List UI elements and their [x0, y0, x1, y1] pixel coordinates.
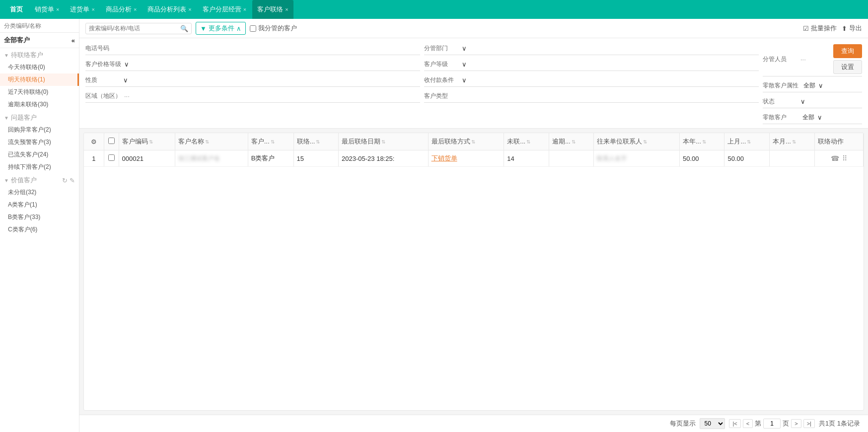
filter-status-select[interactable]: ∨ — [800, 98, 862, 105]
search-submit-icon[interactable]: 🔍 — [180, 25, 188, 32]
col-code[interactable]: 客户编码 ⇅ — [119, 133, 175, 150]
person-dots-icon[interactable]: ··· — [800, 56, 806, 63]
nav-tab-purchase[interactable]: 进货单 × — [65, 0, 99, 19]
settings-button[interactable]: 设置 — [833, 60, 862, 74]
close-tab-customer-contact-icon[interactable]: × — [285, 0, 288, 19]
filter-retail-customer-select[interactable]: ∨ — [817, 114, 862, 121]
lastmonth-sort-icon: ⇅ — [747, 139, 751, 144]
sidebar-item-7days[interactable]: 近7天待联络(0) — [0, 86, 79, 98]
col-current-month[interactable]: 本月... ⇅ — [770, 133, 815, 150]
footer-pagination: 每页显示 50 10 20 100 |< < 第 页 > >| 共1页 1条记录 — [79, 415, 868, 432]
per-page-select[interactable]: 50 10 20 100 — [700, 418, 725, 429]
retail-customer-chevron-icon: ∨ — [817, 114, 822, 121]
filter-region-select[interactable]: ··· — [124, 92, 420, 100]
nav-tab-customer-contact[interactable]: 客户联络 × — [252, 0, 293, 19]
sidebar-item-class-a[interactable]: A类客户(1) — [0, 199, 79, 211]
filter-status: 状态 ∨ — [763, 95, 862, 108]
filter-dept-select[interactable]: ∨ — [462, 45, 759, 52]
close-tab-analysis-icon[interactable]: × — [134, 0, 137, 19]
sidebar-item-ungrouped[interactable]: 未分组(32) — [0, 186, 79, 199]
nav-home[interactable]: 首页 — [4, 0, 29, 19]
next-page-btn[interactable]: > — [791, 419, 801, 428]
row-contact-icon[interactable]: ☎ — [831, 154, 839, 162]
method-sort-icon: ⇅ — [471, 139, 475, 144]
nocontact-sort-icon: ⇅ — [526, 139, 530, 144]
col-current-year[interactable]: 本年... ⇅ — [679, 133, 724, 150]
filter-customer-type: 客户类型 — [424, 90, 759, 103]
sidebar-item-declining[interactable]: 持续下滑客户(2) — [0, 161, 79, 173]
sidebar-item-tomorrow[interactable]: 明天待联络(1) — [0, 73, 79, 86]
page-number-input[interactable] — [763, 419, 781, 429]
edit-icon[interactable]: ✎ — [70, 177, 75, 184]
close-tab-purchase-icon[interactable]: × — [91, 0, 94, 19]
col-contact[interactable]: 联络... ⇅ — [293, 133, 339, 150]
cell-current-month — [770, 150, 815, 167]
last-page-btn[interactable]: >| — [803, 419, 815, 428]
cell-name: 张三测试客户名 — [175, 150, 248, 167]
select-all-checkbox[interactable] — [108, 138, 115, 144]
nav-tab-analysis-list[interactable]: 商品分析列表 × — [143, 0, 196, 19]
filter-price-grade-select[interactable]: ∨ — [124, 61, 420, 68]
col-no-contact[interactable]: 未联... ⇅ — [504, 133, 549, 150]
col-overdue[interactable]: 逾期... ⇅ — [549, 133, 594, 150]
sidebar-item-overdue[interactable]: 逾期未联络(30) — [0, 98, 79, 111]
settings-icon[interactable]: ⚙ — [91, 138, 97, 145]
export-btn[interactable]: ⬆ 导出 — [842, 24, 862, 33]
filter-customer-grade-select[interactable]: ∨ — [462, 61, 759, 68]
sidebar-item-repurchase-abnormal[interactable]: 回购异常客户(2) — [0, 124, 79, 136]
filter-person-label: 分管人员 — [763, 55, 797, 64]
sidebar-search-input[interactable] — [4, 22, 78, 29]
filter-retail-attr-select[interactable]: ∨ — [818, 82, 862, 89]
cell-last-date: 2023-05-23 18:25: — [339, 150, 428, 167]
sidebar-item-churn-warning[interactable]: 流失预警客户(3) — [0, 136, 79, 148]
col-name[interactable]: 客户名称 ⇅ — [175, 133, 248, 150]
query-button[interactable]: 查询 — [833, 44, 862, 58]
refresh-icon[interactable]: ↻ — [62, 177, 68, 184]
my-customers-toggle[interactable]: 我分管的客户 — [250, 24, 297, 33]
cell-last-method[interactable]: 下销货单 — [428, 150, 504, 167]
row-more-icon[interactable]: ⠿ — [842, 154, 847, 162]
sidebar-item-class-c[interactable]: C类客户(6) — [0, 223, 79, 236]
sidebar-item-today[interactable]: 今天待联络(0) — [0, 61, 79, 73]
table-header-row: ⚙ 客户编码 ⇅ 客户名称 — [84, 133, 864, 150]
first-page-btn[interactable]: |< — [729, 419, 740, 428]
nav-tab-sales[interactable]: 销货单 × — [30, 0, 64, 19]
col-settings[interactable]: ⚙ — [84, 133, 104, 150]
sidebar-item-churned[interactable]: 已流失客户(24) — [0, 148, 79, 161]
filter-retail-customer-label: 零散客户 — [763, 113, 797, 122]
filter-payment-label: 收付款条件 — [424, 76, 459, 84]
nav-tab-customer-ops[interactable]: 客户分层经营 × — [198, 0, 251, 19]
close-tab-customer-ops-icon[interactable]: × — [243, 0, 246, 19]
sidebar-item-class-b[interactable]: B类客户(33) — [0, 211, 79, 223]
search-input[interactable] — [89, 25, 178, 32]
col-last-month[interactable]: 上月... ⇅ — [724, 133, 770, 150]
unit-sort-icon: ⇅ — [643, 139, 647, 144]
nav-tab-analysis[interactable]: 商品分析 × — [101, 0, 142, 19]
filter-customer-grade-label: 客户等级 — [424, 60, 459, 69]
all-customers-header[interactable]: 全部客户 « — [0, 33, 79, 48]
prev-page-btn[interactable]: < — [743, 419, 753, 428]
cell-no-contact: 14 — [504, 150, 549, 167]
row-action-icons: ☎ ⠿ — [818, 154, 860, 162]
filter-region-dots[interactable]: ··· — [124, 92, 130, 100]
filter-payment-select[interactable]: ∨ — [462, 76, 759, 84]
more-filter-btn[interactable]: ▼ 更多条件 ∧ — [196, 22, 246, 35]
filter-person-select[interactable]: ··· — [800, 56, 826, 63]
customer-name-blurred: 张三测试客户名 — [178, 155, 220, 162]
bulk-op-btn[interactable]: ☑ 批量操作 — [803, 24, 837, 33]
col-last-contact-date[interactable]: 最后联络日期 ⇅ — [339, 133, 428, 150]
close-tab-analysis-list-icon[interactable]: × — [188, 0, 191, 19]
customers-table: ⚙ 客户编码 ⇅ 客户名称 — [84, 133, 864, 167]
filter-status-label: 状态 — [763, 97, 797, 106]
row-checkbox[interactable] — [108, 154, 115, 161]
collapse-icon[interactable]: « — [72, 37, 75, 44]
col-action: 联络动作 — [814, 133, 863, 150]
col-unit-contact[interactable]: 往来单位联系人 ⇅ — [594, 133, 679, 150]
retail-attr-chevron-icon: ∨ — [818, 82, 823, 89]
col-type[interactable]: 客户... ⇅ — [248, 133, 293, 150]
col-last-contact-method[interactable]: 最后联络方式 ⇅ — [428, 133, 504, 150]
filter-gender-select[interactable]: ∨ — [123, 76, 420, 84]
close-tab-sales-icon[interactable]: × — [56, 0, 59, 19]
last-method-link[interactable]: 下销货单 — [432, 154, 457, 162]
my-customers-checkbox[interactable] — [250, 25, 256, 32]
